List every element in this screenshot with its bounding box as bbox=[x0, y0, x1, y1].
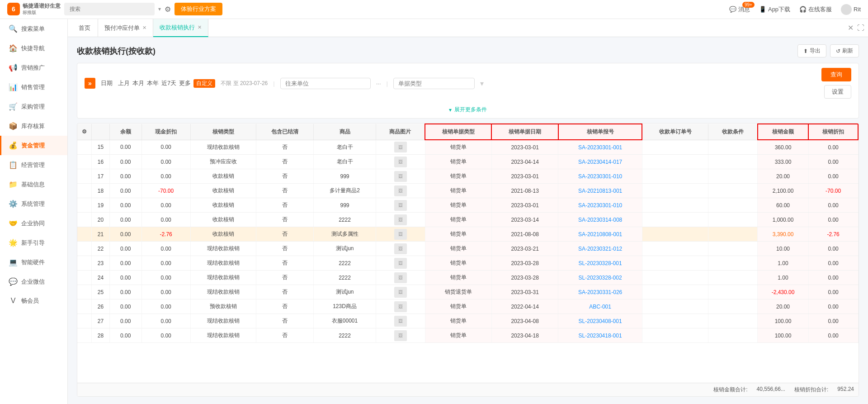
table-row[interactable]: 27 0.00 0.00 现结收款核销 否 衣服00001 🖼 销货单 2023… bbox=[77, 314, 858, 328]
sidebar-item-guide[interactable]: 🌟 新手引导 bbox=[0, 233, 67, 252]
sidebar-item-quick-nav[interactable]: 🏠 快捷导航 bbox=[0, 38, 67, 58]
verify-bill-no-cell[interactable]: SL-20230328-001 bbox=[558, 256, 642, 271]
bill-no-link[interactable]: SL-20230408-001 bbox=[579, 318, 622, 324]
bill-no-link[interactable]: SL-20230328-001 bbox=[579, 260, 622, 266]
date-more[interactable]: 更多 bbox=[179, 79, 191, 87]
verify-bill-no-cell[interactable]: SA-20210813-001 bbox=[558, 184, 642, 198]
table-row[interactable]: 24 0.00 0.00 现结收款核销 否 2222 🖼 销货单 2023-03… bbox=[77, 271, 858, 285]
verify-bill-no-cell[interactable]: SA-20210808-001 bbox=[558, 227, 642, 242]
query-btn[interactable]: 查询 bbox=[821, 68, 851, 81]
verify-bill-no-cell[interactable]: SA-20230301-010 bbox=[558, 198, 642, 213]
sidebar-item-member[interactable]: V 畅会员 bbox=[0, 291, 67, 310]
home-icon: 🏠 bbox=[9, 44, 18, 52]
bill-no-link[interactable]: SA-20230314-008 bbox=[578, 217, 622, 223]
tab-collection[interactable]: 收款核销执行 ✕ bbox=[153, 19, 208, 37]
sidebar-item-inventory[interactable]: 📦 库存核算 bbox=[0, 116, 67, 136]
table-row[interactable]: 21 0.00 -2.76 收款核销 否 测试多属性 🖼 销货单 2021-08… bbox=[77, 227, 858, 242]
verify-bill-no-cell[interactable]: SL-20230328-002 bbox=[558, 271, 642, 285]
dropdown-arrow-icon[interactable]: ▾ bbox=[158, 6, 161, 12]
bill-no-link[interactable]: SL-20230418-001 bbox=[579, 333, 622, 339]
gear-icon[interactable]: ⚙ bbox=[165, 5, 171, 14]
sidebar-item-search-menu[interactable]: 🔍 搜索菜单 bbox=[0, 19, 67, 38]
table-row[interactable]: 25 0.00 0.00 现结收款核销 否 测试jun 🖼 销货退货单 2023… bbox=[77, 285, 858, 299]
sidebar-item-enterprise[interactable]: 🤝 企业协同 bbox=[0, 214, 67, 233]
sidebar-item-purchase[interactable]: 🛒 采购管理 bbox=[0, 97, 67, 116]
notification-btn[interactable]: 💬 消息 99+ bbox=[729, 5, 750, 14]
bill-no-link[interactable]: SA-20210813-001 bbox=[578, 188, 622, 194]
th-settings[interactable]: ⚙ bbox=[77, 124, 92, 140]
refresh-btn[interactable]: ↺ 刷新 bbox=[830, 44, 859, 57]
bill-no-link[interactable]: SA-20210808-001 bbox=[578, 231, 622, 238]
online-service-btn[interactable]: 🎧 在线客服 bbox=[799, 5, 832, 14]
verify-bill-type-cell: 销货单 bbox=[425, 184, 491, 198]
date-last-month[interactable]: 上月 bbox=[118, 79, 130, 87]
table-row[interactable]: 22 0.00 0.00 现结收款核销 否 测试jun 🖼 销货单 2023-0… bbox=[77, 242, 858, 256]
sidebar-item-finance[interactable]: 💰 资金管理 bbox=[0, 136, 67, 155]
table-row[interactable]: 19 0.00 0.00 收款核销 否 999 🖼 销货单 2023-03-01… bbox=[77, 198, 858, 213]
table-row[interactable]: 28 0.00 0.00 现结收款核销 否 2222 🖼 销货单 2023-04… bbox=[77, 328, 858, 343]
bill-no-link[interactable]: SA-20230301-010 bbox=[578, 202, 622, 209]
sidebar-item-system[interactable]: ⚙️ 系统管理 bbox=[0, 194, 67, 214]
table-row[interactable]: 23 0.00 0.00 现结收款核销 否 2222 🖼 销货单 2023-03… bbox=[77, 256, 858, 271]
table-row[interactable]: 18 0.00 -70.00 收款核销 否 多计量商品2 🖼 销货单 2021-… bbox=[77, 184, 858, 198]
sidebar-item-operations[interactable]: 📋 经营管理 bbox=[0, 155, 67, 175]
bill-no-link[interactable]: SA-20230414-017 bbox=[578, 159, 622, 165]
unit-input[interactable] bbox=[280, 78, 371, 89]
verify-bill-no-cell[interactable]: SA-20230321-012 bbox=[558, 242, 642, 256]
verify-bill-no-cell[interactable]: SL-20230408-001 bbox=[558, 314, 642, 328]
date-custom[interactable]: 自定义 bbox=[193, 79, 215, 88]
verify-bill-no-cell[interactable]: SA-20230414-017 bbox=[558, 155, 642, 169]
verify-bill-no-cell[interactable]: SA-20230314-008 bbox=[558, 213, 642, 227]
goods-img-cell: 🖼 bbox=[376, 328, 425, 343]
trial-btn[interactable]: 体验行业方案 bbox=[175, 3, 222, 15]
date-this-month[interactable]: 本月 bbox=[132, 79, 144, 87]
table-row[interactable]: 17 0.00 0.00 收款核销 否 999 🖼 销货单 2023-03-01… bbox=[77, 169, 858, 184]
close-window-icon[interactable]: ✕ bbox=[848, 24, 854, 32]
search-input[interactable] bbox=[64, 3, 155, 15]
sidebar-item-marketing[interactable]: 📢 营销推广 bbox=[0, 58, 67, 77]
date-this-year[interactable]: 本年 bbox=[147, 79, 159, 87]
cash-discount-cell: 0.00 bbox=[142, 285, 190, 299]
filter-settings-btn[interactable]: 设置 bbox=[824, 85, 851, 99]
tab-prepay[interactable]: 预付冲应付单 ✕ bbox=[98, 19, 153, 37]
included-closed-cell: 否 bbox=[256, 314, 314, 328]
table-scroll-area[interactable]: ⚙ 余额 现金折扣 核销类型 包含已结清 商品 商品图片 核销单据类型 核销单据… bbox=[77, 124, 859, 383]
table-row[interactable]: 26 0.00 0.00 预收款核销 否 123D商品 🖼 销货单 2022-0… bbox=[77, 299, 858, 314]
verify-bill-no-cell[interactable]: ABC-001 bbox=[558, 299, 642, 314]
verify-bill-no-cell[interactable]: SA-20230301-010 bbox=[558, 169, 642, 184]
date-last-7days[interactable]: 近7天 bbox=[161, 79, 176, 87]
bill-type-input[interactable] bbox=[393, 78, 475, 89]
app-download-btn[interactable]: 📱 App下载 bbox=[759, 5, 790, 14]
verify-bill-type-cell: 销货单 bbox=[425, 242, 491, 256]
table-row[interactable]: 15 0.00 0.00 现结收款核销 否 老白干 🖼 销货单 2023-03-… bbox=[77, 140, 858, 155]
tab-close-icon[interactable]: ✕ bbox=[142, 25, 146, 31]
settings-cell bbox=[77, 213, 92, 227]
table-row[interactable]: 16 0.00 0.00 预冲应应收 否 老白干 🖼 销货单 2023-04-1… bbox=[77, 155, 858, 169]
collection-condition-cell bbox=[708, 169, 758, 184]
bill-no-link[interactable]: SA-20230301-010 bbox=[578, 173, 622, 180]
bill-no-link[interactable]: SA-20230331-026 bbox=[578, 289, 622, 295]
verify-discount-cell: -70.00 bbox=[808, 184, 858, 198]
bill-no-link[interactable]: SL-20230328-002 bbox=[579, 275, 622, 281]
bill-no-link[interactable]: SA-20230321-012 bbox=[578, 246, 622, 252]
included-closed-cell: 否 bbox=[256, 169, 314, 184]
export-btn[interactable]: ⬆ 导出 bbox=[797, 44, 826, 57]
expand-more-btn[interactable]: ▾ 展开更多条件 bbox=[85, 104, 851, 114]
sidebar-item-smart-hw[interactable]: 💻 智能硬件 bbox=[0, 252, 67, 272]
maximize-icon[interactable]: ⛶ bbox=[857, 24, 864, 32]
type-dropdown-arrow-icon[interactable]: ▾ bbox=[480, 79, 484, 88]
sidebar-item-sales[interactable]: 📊 销售管理 bbox=[0, 77, 67, 97]
bill-no-link[interactable]: ABC-001 bbox=[589, 304, 611, 310]
user-menu[interactable]: Rit bbox=[841, 4, 861, 15]
verify-bill-no-cell[interactable]: SA-20230301-001 bbox=[558, 140, 642, 155]
tab-home[interactable]: 首页 bbox=[71, 19, 98, 37]
sidebar-item-wechat[interactable]: 💬 企业微信 bbox=[0, 272, 67, 291]
verify-bill-no-cell[interactable]: SL-20230418-001 bbox=[558, 328, 642, 343]
bill-no-link[interactable]: SA-20230301-001 bbox=[578, 144, 622, 151]
verify-bill-type-cell: 销货单 bbox=[425, 328, 491, 343]
verify-bill-no-cell[interactable]: SA-20230331-026 bbox=[558, 285, 642, 299]
table-row[interactable]: 20 0.00 0.00 收款核销 否 2222 🖼 销货单 2023-03-1… bbox=[77, 213, 858, 227]
filter-expand-btn[interactable]: » bbox=[85, 78, 95, 89]
sidebar-item-base-info[interactable]: 📁 基础信息 bbox=[0, 175, 67, 194]
tab-close-active-icon[interactable]: ✕ bbox=[198, 24, 202, 30]
